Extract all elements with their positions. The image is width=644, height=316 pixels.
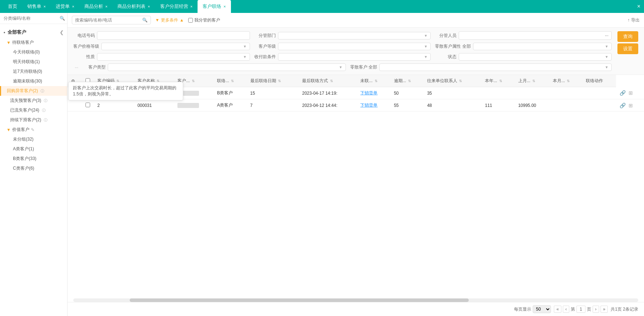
last-page-btn[interactable]: » [601,306,608,313]
last-month-sort-icon[interactable]: ⇅ [532,79,535,83]
sidebar-churned[interactable]: 已流失客户(24) ⓘ [0,105,67,115]
sidebar-search-bar: 🔍 [0,13,67,24]
nav-product-analysis[interactable]: 商品分析 × [79,0,112,13]
price-grade-select[interactable]: ▼ [101,43,250,50]
first-page-btn[interactable]: « [554,306,561,313]
sidebar-tomorrow-pending[interactable]: 明天待联络(1) [3,57,67,67]
payment-select[interactable]: ▼ [278,53,431,61]
nature-select[interactable]: ▼ [97,53,250,61]
content-area: 🔍 ▼ 更多条件 ▲ 我分管的客户 ↑ 导出 [68,13,644,316]
collapse-icon[interactable]: ▪ [4,30,5,35]
more-conditions-btn[interactable]: ▼ 更多条件 ▲ [155,17,184,23]
col-last-date: 最后联络日期 ⇅ [247,75,299,87]
sidebar-overdue-pending[interactable]: 逾期未联络(30) [3,76,67,86]
main-search-icon[interactable]: 🔍 [142,18,148,23]
customer-grade-label: 客户等级 [254,43,276,49]
row1-link-icon[interactable]: 🔗 [620,90,626,96]
overdue-sort-icon[interactable]: ⇅ [408,79,411,83]
retail-attr-select[interactable]: ▼ [473,43,612,50]
horizontal-scrollbar[interactable] [73,298,638,302]
close-product-list-tab[interactable]: × [148,4,150,9]
row1-last-method[interactable]: 下销货单 [357,87,390,99]
info-icon-4[interactable]: ⓘ [44,118,47,122]
filter-price-grade: 客户价格等级 ▼ [73,43,250,50]
current-page-input[interactable]: 1 [576,306,585,313]
person-select[interactable]: ··· [459,31,612,40]
query-button[interactable]: 查询 [617,31,638,42]
nav-product-list[interactable]: 商品分析列表 × [112,0,155,13]
nav-customer-tier[interactable]: 客户分层经营 × [155,0,198,13]
filter-row-3: 性质 ▼ 收付款条件 ▼ [73,53,612,61]
this-month-sort-icon[interactable]: ⇅ [567,79,570,83]
nav-home[interactable]: 首页 [3,0,22,13]
row2-last-month [549,99,582,112]
edit-value-section[interactable]: ✎ [31,127,34,132]
sidebar-collapse-btn[interactable]: ❮ [60,30,64,35]
this-year-sort-icon[interactable]: ⇅ [499,79,502,83]
last-date-sort-icon[interactable]: ⇅ [278,79,281,83]
col-contact-count: 联络... ⇅ [213,75,246,87]
retail-customer-select[interactable]: ▼ [379,63,612,71]
sidebar-all-customers[interactable]: ▪ 全部客户 ❮ [0,27,67,38]
more-filter-btn[interactable]: ··· [73,65,80,70]
sidebar-ungrouped[interactable]: 未分组(32) [3,135,67,144]
sidebar-a-class[interactable]: A类客户(1) [3,144,67,154]
phone-input[interactable] [97,31,250,40]
uncontacted-sort-icon[interactable]: ⇅ [375,79,377,83]
sidebar-search-input[interactable] [4,16,57,21]
sidebar-churn-warning[interactable]: 流失预警客户(3) ⓘ [0,96,67,105]
filter-person: 分管人员 ··· [435,31,612,40]
close-purchase-tab[interactable]: × [72,4,74,9]
info-icon-2[interactable]: ⓘ [44,99,47,103]
sidebar-pending-header[interactable]: ▼ 待联络客户 [3,38,67,47]
close-product-analysis-tab[interactable]: × [105,4,107,9]
close-sales-tab[interactable]: × [43,4,46,9]
prev-page-btn[interactable]: ‹ [563,306,569,313]
row1-grid-icon[interactable]: ⊞ [629,90,633,96]
contact-sort-icon[interactable]: ⇅ [231,79,234,83]
last-method-sort-icon[interactable]: ⇅ [330,79,333,83]
main-search-input[interactable] [75,18,142,23]
row2-check[interactable] [85,103,90,107]
sidebar-search-icon[interactable]: 🔍 [60,16,65,21]
info-icon-1[interactable]: ⓘ [41,89,44,93]
sidebar-c-class[interactable]: C类客户(6) [3,164,67,173]
close-customer-tier-tab[interactable]: × [190,4,193,9]
close-all-tabs[interactable]: × [637,3,640,10]
scrollbar-thumb[interactable] [130,298,469,302]
sidebar-value-header[interactable]: ▼ 价值客户 ✎ [3,125,67,135]
sidebar-7days-pending[interactable]: 近7天待联络(0) [3,67,67,76]
settings-button[interactable]: 设置 [617,43,638,54]
type-sort-icon[interactable]: ⇅ [192,79,195,83]
nav-customer-contact[interactable]: 客户联络 × [198,0,231,13]
my-customer-checkbox[interactable] [188,18,193,23]
col-contacts: 往来单位联系人 ⇅ [423,75,481,87]
sidebar-b-class[interactable]: B类客户(33) [3,154,67,164]
nav-purchase[interactable]: 进货单 × [51,0,79,13]
close-customer-contact-tab[interactable]: × [223,4,226,9]
nav-sales[interactable]: 销售单 × [22,0,51,13]
export-button[interactable]: ↑ 导出 [627,17,640,23]
row2-last-method[interactable]: 下销货单 [357,99,390,112]
per-page-wrap: 每页显示 50 100 200 [514,305,551,313]
row2-grid-icon[interactable]: ⊞ [629,103,633,108]
per-page-select[interactable]: 50 100 200 [533,305,551,313]
customer-grade-select[interactable]: ▼ [278,43,431,50]
row2-this-year: 10995.00 [515,99,549,112]
sidebar-today-pending[interactable]: 今天待联络(0) [3,47,67,57]
sidebar: 🔍 ▪ 全部客户 ❮ ▼ 待联络客户 今天待联络(0) 明天待联络(1) [0,13,68,316]
contacts-sort-icon[interactable]: ⇅ [459,79,462,83]
status-select[interactable]: ▼ [459,53,612,61]
sidebar-repurchase-abnormal[interactable]: 回购异常客户(2) ⓘ [0,86,67,96]
price-grade-label: 客户价格等级 [73,43,99,49]
next-page-btn[interactable]: › [593,306,599,313]
row2-checkbox [82,99,94,112]
customer-type-select[interactable]: ▼ [108,63,346,71]
row2-link-icon[interactable]: 🔗 [620,103,626,108]
filter-customer-type: 客户类型 ▼ [84,63,346,71]
sidebar-declining[interactable]: 持续下滑客户(2) ⓘ [0,115,67,125]
retail-customer-label: 零散客户 全部 [350,64,377,70]
filter-bar: 🔍 ▼ 更多条件 ▲ 我分管的客户 ↑ 导出 [68,13,644,28]
dept-select[interactable]: ▼ [278,32,431,39]
info-icon-3[interactable]: ⓘ [42,108,46,112]
